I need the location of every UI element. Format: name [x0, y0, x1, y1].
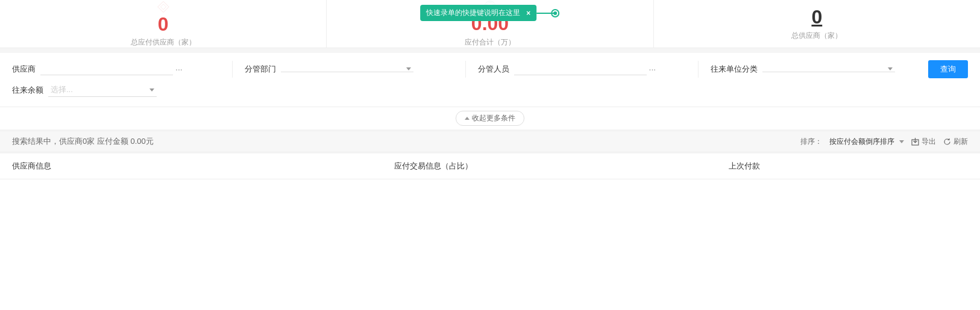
result-actions: 排序： 按应付会额倒序排序 导出 刷新	[800, 137, 968, 147]
table-container: 供应商信息 应付交易信息（占比） 上次付款	[0, 153, 980, 310]
divider-3	[698, 61, 699, 78]
table-body	[0, 179, 980, 310]
stat-card-payable-total: ¥ 0.00 应付合计（万） 快速录单的快捷键说明在这里 ×	[327, 0, 653, 48]
department-chevron-icon	[406, 67, 411, 70]
unit-category-label: 往来单位分类	[711, 64, 758, 75]
filter-balance: 往来余额 选择...	[12, 83, 193, 97]
department-label: 分管部门	[245, 64, 276, 75]
result-info-text: 搜索结果中，供应商0家 应付金额 0.00元	[12, 136, 154, 147]
balance-label: 往来余额	[12, 85, 43, 96]
filter-bar: 供应商 ··· 分管部门 分管人员 ··· 往来单位分类	[0, 53, 980, 107]
supplier-label: 供应商	[12, 64, 36, 75]
col-header-transaction: 应付交易信息（占比）	[394, 161, 729, 172]
refresh-icon	[943, 138, 951, 146]
supplier-input[interactable]	[40, 63, 173, 75]
tooltip-dot	[552, 10, 558, 16]
query-button[interactable]: 查询	[928, 60, 968, 78]
divider-1	[232, 61, 233, 78]
stats-bar: 0 总应付供应商（家） ¥ 0.00 应付合计（万） 快速录单的快捷键说明在这里…	[0, 0, 980, 48]
person-input[interactable]	[514, 63, 647, 75]
total-suppliers-label: 总供应商（家）	[791, 31, 842, 41]
result-bar: 搜索结果中，供应商0家 应付金额 0.00元 排序： 按应付会额倒序排序 导出 …	[0, 131, 980, 152]
filter-unit-category: 往来单位分类	[711, 64, 919, 75]
person-dots[interactable]: ···	[649, 64, 656, 74]
payable-suppliers-number: 0	[158, 14, 169, 35]
person-label: 分管人员	[478, 64, 509, 75]
payable-total-label: 应付合计（万）	[465, 37, 515, 48]
balance-chevron-icon	[149, 88, 154, 91]
collapse-label: 收起更多条件	[472, 113, 515, 123]
collapse-row: 收起更多条件	[0, 107, 980, 129]
sort-chevron-icon	[899, 140, 904, 143]
stat-card-total-suppliers: 0 总供应商（家）	[654, 0, 980, 48]
stat-card-payable-suppliers: 0 总应付供应商（家）	[0, 0, 327, 48]
tooltip-text: 快速录单的快捷键说明在这里	[426, 8, 520, 18]
unit-category-chevron-icon	[888, 67, 893, 70]
table-header: 供应商信息 应付交易信息（占比） 上次付款	[0, 153, 980, 179]
unit-category-select[interactable]	[762, 66, 895, 72]
balance-value: 选择...	[51, 84, 147, 95]
diamond-icon	[148, 0, 178, 14]
department-select[interactable]	[281, 66, 413, 72]
total-suppliers-number: 0	[811, 7, 822, 28]
refresh-label: 刷新	[953, 137, 968, 147]
tooltip-close-button[interactable]: ×	[526, 9, 530, 17]
col-header-payment: 上次付款	[729, 161, 968, 172]
sort-option-text: 按应付会额倒序排序	[829, 137, 894, 147]
col-header-supplier: 供应商信息	[12, 161, 394, 172]
supplier-dots[interactable]: ···	[175, 64, 183, 74]
filter-department: 分管部门	[245, 64, 453, 75]
filter-row-2: 往来余额 选择...	[12, 83, 968, 97]
export-button[interactable]: 导出	[911, 137, 936, 147]
refresh-button[interactable]: 刷新	[943, 137, 968, 147]
filter-supplier: 供应商 ···	[12, 63, 220, 75]
export-label: 导出	[922, 137, 936, 147]
filter-person: 分管人员 ···	[478, 63, 686, 75]
sort-label: 排序：	[800, 137, 822, 147]
payable-suppliers-label: 总应付供应商（家）	[131, 37, 196, 48]
filter-row-1: 供应商 ··· 分管部门 分管人员 ··· 往来单位分类	[12, 60, 968, 78]
chevron-up-icon	[465, 117, 470, 120]
export-icon	[911, 138, 919, 146]
divider-2	[465, 61, 466, 78]
collapse-button[interactable]: 收起更多条件	[456, 111, 524, 126]
balance-select[interactable]: 选择...	[48, 83, 157, 97]
sort-select[interactable]: 按应付会额倒序排序	[829, 137, 904, 147]
tooltip-bubble: 快速录单的快捷键说明在这里 ×	[420, 5, 536, 21]
